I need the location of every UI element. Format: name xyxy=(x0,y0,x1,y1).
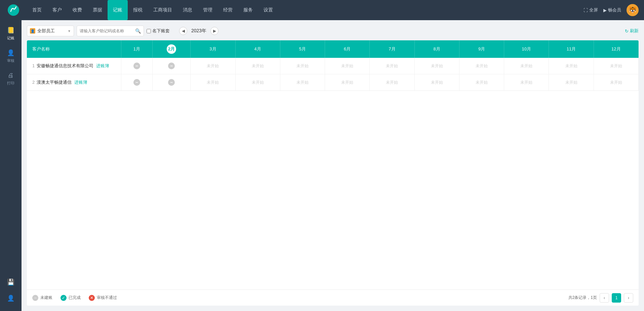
fullscreen-btn[interactable]: ⛶ 全屏 xyxy=(583,7,598,13)
myaccount-checkbox-wrap[interactable]: 名下账套 xyxy=(147,28,170,34)
nav-service[interactable]: 服务 xyxy=(238,0,258,20)
member-label: 畅会员 xyxy=(608,7,621,13)
nav-invoice[interactable]: 票据 xyxy=(87,0,108,20)
sidebar-item-download[interactable]: 💾 xyxy=(1,275,20,289)
refresh-button[interactable]: ↻ 刷新 xyxy=(625,28,639,34)
nav-operation[interactable]: 经营 xyxy=(218,0,238,20)
header-dec: 12月 xyxy=(594,40,638,58)
legend-dot-red: ✕ xyxy=(89,295,95,301)
nav-accounting[interactable]: 记账 xyxy=(108,0,128,20)
pagination: 共2条记录，1页 ‹ 1 › xyxy=(568,293,633,303)
page-1-button[interactable]: 1 xyxy=(612,293,621,303)
not-started-text: 未开始 xyxy=(610,64,622,68)
review-icon: 👤 xyxy=(7,49,15,57)
play-icon: ▶ xyxy=(603,8,607,13)
sidebar-item-label-review: 审核 xyxy=(7,58,14,63)
member-btn[interactable]: ▶ 畅会员 xyxy=(603,7,621,13)
cell-month-5: 未开始 xyxy=(280,74,325,91)
search-input[interactable] xyxy=(80,29,133,33)
legend-not-built: − 未建账 xyxy=(32,295,52,301)
not-started-text: 未开始 xyxy=(296,64,309,68)
legend-dot-gray: − xyxy=(32,295,38,301)
sidebar: 📒 记账 👤 审核 🖨 打印 💾 👤 xyxy=(0,20,22,311)
select-arrow-icon: ▼ xyxy=(68,29,71,33)
cell-month-1: − xyxy=(121,58,153,74)
not-started-text: 未开始 xyxy=(565,80,577,85)
employee-select-text: 全部员工 xyxy=(37,28,66,34)
next-page-button[interactable]: › xyxy=(624,293,633,303)
not-started-text: 未开始 xyxy=(431,80,443,85)
header-jan: 1月 xyxy=(121,40,153,58)
cell-month-4: 未开始 xyxy=(235,74,280,91)
sidebar-bottom: 💾 👤 xyxy=(0,275,22,311)
nav-tax[interactable]: 报税 xyxy=(128,0,148,20)
svg-point-0 xyxy=(8,4,19,16)
header-mar: 3月 xyxy=(191,40,235,58)
total-records: 共2条记录，1页 xyxy=(568,295,597,301)
sidebar-item-accounting[interactable]: 📒 记账 xyxy=(1,23,20,44)
client-name: 安徽畅捷通信息技术有限公司 xyxy=(37,63,93,68)
legend-not-built-label: 未建账 xyxy=(40,295,52,301)
profile-icon: 👤 xyxy=(7,294,15,302)
nav-settings[interactable]: 设置 xyxy=(258,0,278,20)
employee-icon: 👤 xyxy=(30,28,35,34)
cell-month-9: 未开始 xyxy=(459,74,504,91)
not-started-text: 未开始 xyxy=(520,80,532,85)
not-started-text: 未开始 xyxy=(207,64,219,68)
cell-client: 2漠澳太平畅捷通信进账簿 xyxy=(27,74,121,91)
cell-month-11: 未开始 xyxy=(549,74,594,91)
sidebar-item-print[interactable]: 🖨 打印 xyxy=(1,68,20,89)
main-content: 👤 全部员工 ▼ 🔍 名下账套 ◀ 2023年 ▶ ↻ 刷新 xyxy=(22,20,644,311)
enter-ledger-link[interactable]: 进账簿 xyxy=(74,80,87,85)
prev-year-button[interactable]: ◀ xyxy=(179,27,187,35)
cell-month-3: 未开始 xyxy=(191,58,235,74)
next-year-button[interactable]: ▶ xyxy=(210,27,218,35)
cell-month-1: − xyxy=(121,74,153,91)
accounting-icon: 📒 xyxy=(7,26,15,34)
search-button[interactable]: 🔍 xyxy=(135,28,141,34)
cell-month-2: − xyxy=(153,58,191,74)
nav-client[interactable]: 客户 xyxy=(47,0,67,20)
prev-page-button[interactable]: ‹ xyxy=(600,293,609,303)
nav-fee[interactable]: 收费 xyxy=(67,0,87,20)
nav-manage[interactable]: 管理 xyxy=(198,0,218,20)
nav-business[interactable]: 工商项目 xyxy=(148,0,177,20)
header-oct: 10月 xyxy=(504,40,549,58)
header-aug: 8月 xyxy=(414,40,459,58)
not-started-text: 未开始 xyxy=(386,80,398,85)
myaccount-label: 名下账套 xyxy=(152,28,170,34)
cell-month-12: 未开始 xyxy=(594,74,638,91)
table-scroll[interactable]: 客户名称 1月 2月 3月 4月 5月 6月 7月 8月 9月 10月 11月 xyxy=(27,40,639,289)
sidebar-item-review[interactable]: 👤 审核 xyxy=(1,45,20,67)
myaccount-checkbox[interactable] xyxy=(147,29,151,33)
client-name: 漠澳太平畅捷通信 xyxy=(37,80,72,85)
header-client: 客户名称 xyxy=(27,40,121,58)
cell-month-4: 未开始 xyxy=(235,58,280,74)
main-table: 客户名称 1月 2月 3月 4月 5月 6月 7月 8月 9月 10月 11月 xyxy=(27,40,639,91)
nav-message[interactable]: 消息 xyxy=(177,0,198,20)
not-started-text: 未开始 xyxy=(386,64,398,68)
table-header-row: 客户名称 1月 2月 3月 4月 5月 6月 7月 8月 9月 10月 11月 xyxy=(27,40,639,58)
table-row: 1安徽畅捷通信息技术有限公司进账簿−−未开始未开始未开始未开始未开始未开始未开始… xyxy=(27,58,639,74)
minus-status-icon: − xyxy=(133,79,140,86)
sidebar-item-profile[interactable]: 👤 xyxy=(1,291,20,306)
not-started-text: 未开始 xyxy=(476,64,488,68)
legend-dot-teal: ✓ xyxy=(61,295,67,301)
user-avatar[interactable]: 🐯 xyxy=(627,4,639,16)
refresh-label: 刷新 xyxy=(630,28,639,34)
header-jul: 7月 xyxy=(370,40,414,58)
year-nav: ◀ 2023年 ▶ xyxy=(179,27,218,35)
cell-month-8: 未开始 xyxy=(414,74,459,91)
header-may: 5月 xyxy=(280,40,325,58)
table-container: 客户名称 1月 2月 3月 4月 5月 6月 7月 8月 9月 10月 11月 xyxy=(27,40,639,306)
minus-status-icon: − xyxy=(168,79,175,86)
not-started-text: 未开始 xyxy=(431,64,443,68)
header-sep: 9月 xyxy=(459,40,504,58)
nav-home[interactable]: 首页 xyxy=(27,0,47,20)
print-icon: 🖨 xyxy=(7,71,15,79)
not-started-text: 未开始 xyxy=(207,80,219,85)
cell-month-7: 未开始 xyxy=(370,74,414,91)
year-display: 2023年 xyxy=(191,28,206,34)
employee-select[interactable]: 👤 全部员工 ▼ xyxy=(27,26,74,36)
enter-ledger-link[interactable]: 进账簿 xyxy=(96,63,109,68)
